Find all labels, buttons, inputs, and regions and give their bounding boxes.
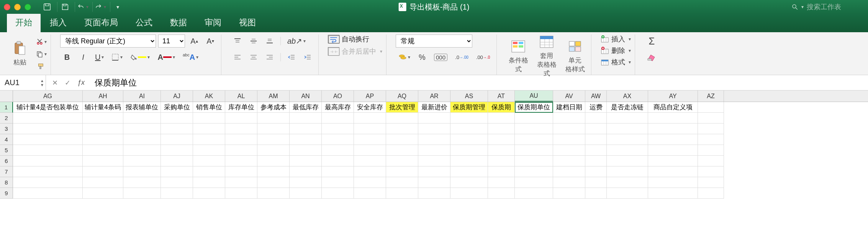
cell-AP5[interactable] bbox=[354, 145, 386, 156]
cell-AX6[interactable] bbox=[607, 156, 648, 166]
increase-indent-button[interactable] bbox=[301, 51, 314, 64]
cell-AP8[interactable] bbox=[354, 177, 386, 188]
formula-input[interactable] bbox=[91, 78, 868, 88]
cell-AV3[interactable] bbox=[553, 123, 585, 134]
cell-AY1[interactable]: 商品自定义项 bbox=[648, 102, 698, 113]
row-header-7[interactable]: 7 bbox=[0, 166, 13, 177]
cell-AJ2[interactable] bbox=[161, 113, 193, 123]
delete-cells-button[interactable]: 删除 bbox=[601, 46, 631, 55]
cell-AS4[interactable] bbox=[450, 134, 488, 145]
row-header-9[interactable]: 9 bbox=[0, 188, 13, 199]
row-header-5[interactable]: 5 bbox=[0, 145, 13, 156]
cell-AI1[interactable]: 报表辅单位 bbox=[123, 102, 161, 113]
cell-AN1[interactable]: 最低库存 bbox=[290, 102, 322, 113]
cell-AO4[interactable] bbox=[322, 134, 354, 145]
row-header-6[interactable]: 6 bbox=[0, 156, 13, 166]
cell-AM1[interactable]: 参考成本 bbox=[257, 102, 290, 113]
autosum-button[interactable]: Σ bbox=[644, 35, 659, 48]
col-header-AP[interactable]: AP bbox=[354, 91, 386, 102]
cell-AJ9[interactable] bbox=[161, 188, 193, 199]
cell-AG9[interactable] bbox=[13, 188, 83, 199]
align-top-button[interactable] bbox=[231, 35, 244, 48]
cell-AX8[interactable] bbox=[607, 177, 648, 188]
cell-AK8[interactable] bbox=[193, 177, 225, 188]
decrease-decimal-button[interactable]: .00→.0 bbox=[473, 51, 493, 64]
undo-button[interactable] bbox=[75, 2, 90, 12]
wrap-text-button[interactable]: 自动换行 bbox=[328, 35, 382, 44]
cell-AW5[interactable] bbox=[585, 145, 607, 156]
phonetic-button[interactable]: abcA bbox=[180, 51, 201, 64]
cell-AX4[interactable] bbox=[607, 134, 648, 145]
cell-AQ6[interactable] bbox=[386, 156, 418, 166]
font-size-select[interactable]: 11 bbox=[158, 35, 185, 48]
cell-AS8[interactable] bbox=[450, 177, 488, 188]
cell-AN9[interactable] bbox=[290, 188, 322, 199]
cell-AU2[interactable] bbox=[515, 113, 553, 123]
cell-AH7[interactable] bbox=[83, 166, 123, 177]
tab-公式[interactable]: 公式 bbox=[127, 13, 161, 32]
col-header-AY[interactable]: AY bbox=[648, 91, 698, 102]
col-header-AJ[interactable]: AJ bbox=[161, 91, 193, 102]
cell-AG1[interactable]: 辅计量4是否包装单位 bbox=[13, 102, 83, 113]
minimize-window-icon[interactable] bbox=[14, 4, 21, 10]
cell-AX2[interactable] bbox=[607, 113, 648, 123]
cell-AL9[interactable] bbox=[225, 188, 257, 199]
cell-AQ9[interactable] bbox=[386, 188, 418, 199]
font-color-button[interactable]: A bbox=[155, 51, 177, 64]
percent-button[interactable]: % bbox=[415, 51, 429, 64]
col-header-AU[interactable]: AU bbox=[515, 91, 553, 102]
cell-AY7[interactable] bbox=[648, 166, 698, 177]
cell-AN8[interactable] bbox=[290, 177, 322, 188]
search-input[interactable] bbox=[807, 3, 864, 11]
cell-AN2[interactable] bbox=[290, 113, 322, 123]
cell-AX7[interactable] bbox=[607, 166, 648, 177]
cell-AM5[interactable] bbox=[257, 145, 290, 156]
maximize-window-icon[interactable] bbox=[25, 4, 31, 10]
cell-AU5[interactable] bbox=[515, 145, 553, 156]
cell-AY2[interactable] bbox=[648, 113, 698, 123]
cell-AW4[interactable] bbox=[585, 134, 607, 145]
cancel-formula-icon[interactable]: ✕ bbox=[52, 79, 58, 87]
cell-AO5[interactable] bbox=[322, 145, 354, 156]
row-header-8[interactable]: 8 bbox=[0, 177, 13, 188]
tab-审阅[interactable]: 审阅 bbox=[196, 13, 230, 32]
cell-AV4[interactable] bbox=[553, 134, 585, 145]
cell-AV1[interactable]: 建档日期 bbox=[553, 102, 585, 113]
cell-AH9[interactable] bbox=[83, 188, 123, 199]
cell-AT3[interactable] bbox=[488, 123, 515, 134]
select-all-corner[interactable] bbox=[0, 91, 13, 102]
cell-AZ7[interactable] bbox=[698, 166, 724, 177]
cell-AO9[interactable] bbox=[322, 188, 354, 199]
cell-AJ5[interactable] bbox=[161, 145, 193, 156]
decrease-font-button[interactable]: A▾ bbox=[203, 35, 217, 48]
cell-AG6[interactable] bbox=[13, 156, 83, 166]
cell-AW2[interactable] bbox=[585, 113, 607, 123]
fill-color-button[interactable] bbox=[128, 51, 152, 64]
paste-button[interactable]: 粘贴 bbox=[8, 41, 32, 67]
cell-AO8[interactable] bbox=[322, 177, 354, 188]
cell-AV7[interactable] bbox=[553, 166, 585, 177]
cell-AP7[interactable] bbox=[354, 166, 386, 177]
cell-AU4[interactable] bbox=[515, 134, 553, 145]
cell-AY9[interactable] bbox=[648, 188, 698, 199]
cell-AL5[interactable] bbox=[225, 145, 257, 156]
clear-button[interactable] bbox=[644, 51, 659, 64]
cell-AM2[interactable] bbox=[257, 113, 290, 123]
cell-AY4[interactable] bbox=[648, 134, 698, 145]
autosave-icon[interactable] bbox=[39, 2, 55, 12]
col-header-AI[interactable]: AI bbox=[123, 91, 161, 102]
cell-AG8[interactable] bbox=[13, 177, 83, 188]
cell-AL7[interactable] bbox=[225, 166, 257, 177]
cell-AK5[interactable] bbox=[193, 145, 225, 156]
cell-AO3[interactable] bbox=[322, 123, 354, 134]
cell-AZ5[interactable] bbox=[698, 145, 724, 156]
col-header-AR[interactable]: AR bbox=[418, 91, 450, 102]
cell-AW6[interactable] bbox=[585, 156, 607, 166]
col-header-AZ[interactable]: AZ bbox=[698, 91, 724, 102]
col-header-AW[interactable]: AW bbox=[585, 91, 607, 102]
cell-AO1[interactable]: 最高库存 bbox=[322, 102, 354, 113]
cell-AH5[interactable] bbox=[83, 145, 123, 156]
comma-button[interactable]: 000 bbox=[431, 51, 450, 64]
cell-AW8[interactable] bbox=[585, 177, 607, 188]
cell-AR1[interactable]: 最新进价 bbox=[418, 102, 450, 113]
